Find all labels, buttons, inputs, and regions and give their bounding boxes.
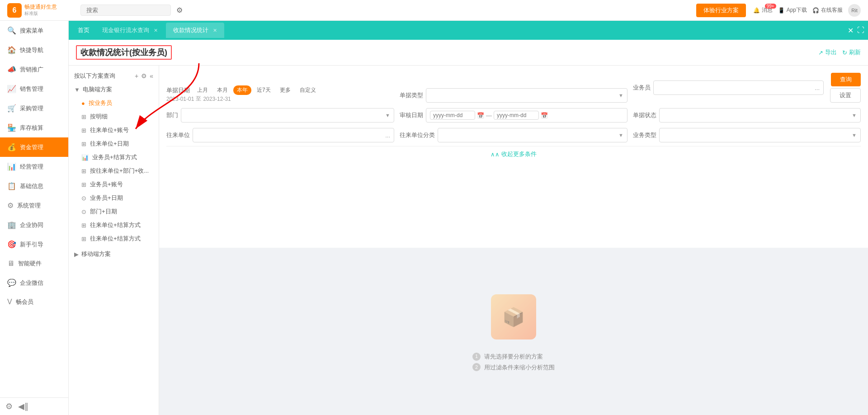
- sidebar-item-baseinfo[interactable]: 📋 基础信息: [0, 176, 68, 196]
- download-icon: 📱: [778, 7, 785, 14]
- sidebar-item-operations-label: 经营管理: [20, 163, 43, 171]
- sidebar-item-purchase[interactable]: 🛒 采购管理: [0, 99, 68, 118]
- collapse-more-conditions[interactable]: ∧∧ 收起更多条件: [166, 146, 861, 162]
- date-tab-this-month[interactable]: 本月: [213, 85, 231, 95]
- review-date-cal-from[interactable]: 📅: [477, 112, 484, 119]
- salesperson-more-icon: ...: [815, 85, 820, 91]
- date-tab-last-month[interactable]: 上月: [193, 85, 212, 95]
- scheme-item-0-label: 按业务员: [89, 99, 112, 107]
- header-gear-button[interactable]: ⚙: [176, 6, 183, 14]
- tab-collection-stats-close[interactable]: ✕: [213, 28, 217, 33]
- sidebar-item-enterprise[interactable]: 🏢 企业协同: [0, 215, 68, 235]
- sidebar-item-baseinfo-label: 基础信息: [20, 182, 43, 190]
- review-date-range: 📅 — 📅: [426, 108, 627, 123]
- notifications-button[interactable]: 🔔 消息 99+: [753, 6, 773, 14]
- scheme-item-3[interactable]: ⊞ 往来单位+日期: [69, 137, 159, 151]
- biz-type-select[interactable]: ▼: [659, 128, 861, 142]
- dept-select[interactable]: ▼: [181, 108, 394, 123]
- scheme-group-desktop: ▼ 电脑端方案 ● 按业务员 ⊞ 按明细 ⊞ 往: [69, 83, 159, 245]
- user-name: Rit: [851, 8, 857, 13]
- trial-industry-button[interactable]: 体验行业方案: [696, 4, 746, 17]
- tab-bank-flow[interactable]: 现金银行流水查询 ✕: [95, 23, 165, 38]
- sidebar-item-marketing[interactable]: 📣 营销推广: [0, 60, 68, 79]
- sidebar-item-search[interactable]: 🔍 搜索菜单: [0, 21, 68, 40]
- sidebar-item-search-label: 搜索菜单: [20, 27, 43, 35]
- tab-home[interactable]: 首页: [72, 23, 95, 38]
- date-range: 2023-01-01 至 2023-12-31: [166, 95, 394, 103]
- scheme-item-4-icon: 📊: [81, 154, 89, 161]
- scheme-header: 按以下方案查询 + ⚙ «: [69, 69, 159, 83]
- sidebar-collapse-button[interactable]: ◀‖: [18, 401, 28, 411]
- record-status-select[interactable]: ▼: [659, 108, 861, 123]
- tab-bar-right: ✕ ⛶: [848, 26, 864, 35]
- step-1-text: 请先选择要分析的方案: [484, 351, 543, 362]
- scheme-group-desktop-title[interactable]: ▼ 电脑端方案: [69, 83, 159, 96]
- date-tab-custom[interactable]: 自定义: [296, 85, 320, 95]
- scheme-item-4[interactable]: 📊 业务员+结算方式: [69, 151, 159, 164]
- salesperson-select[interactable]: ...: [653, 80, 824, 95]
- online-service-button[interactable]: 🎧 在线客服: [812, 6, 843, 14]
- sidebar-settings-button[interactable]: ⚙: [5, 401, 13, 411]
- sidebar-item-system-label: 系统管理: [17, 202, 41, 210]
- scheme-group-mobile-title[interactable]: ▶ 移动端方案: [69, 247, 159, 261]
- sidebar-item-sales[interactable]: 📈 销售管理: [0, 79, 68, 99]
- tab-collection-stats-label: 收款情况统计: [173, 26, 208, 34]
- logo-text-area: 畅捷通好生意 标准版: [24, 4, 57, 16]
- filter-partner-group: 往来单位 ...: [166, 128, 394, 142]
- refresh-button[interactable]: ↻ 刷新: [842, 48, 861, 57]
- user-avatar[interactable]: Rit: [848, 4, 861, 17]
- scheme-item-8-label: 部门+日期: [90, 208, 117, 216]
- sidebar-item-system[interactable]: ⚙ 系统管理: [0, 196, 68, 215]
- sidebar-item-smarthw[interactable]: 🖥 智能硬件: [0, 254, 68, 273]
- content-area: 按以下方案查询 + ⚙ « ▼ 电脑端方案: [69, 66, 868, 415]
- scheme-item-6[interactable]: ⊞ 业务员+账号: [69, 178, 159, 191]
- app-download-button[interactable]: 📱 App下载: [778, 6, 807, 14]
- tab-window-close-button[interactable]: ✕: [848, 26, 854, 35]
- sidebar-item-member[interactable]: V 畅会员: [0, 292, 68, 311]
- scheme-item-10-label: 往来单位+结算方式: [90, 235, 141, 243]
- scheme-collapse-button[interactable]: «: [150, 72, 153, 80]
- sidebar-item-inventory[interactable]: 🏪 库存核算: [0, 118, 68, 137]
- review-date-from-input[interactable]: [430, 111, 475, 120]
- partner-select[interactable]: ...: [193, 128, 394, 142]
- scheme-item-9[interactable]: ⊞ 往来单位+结算方式: [69, 218, 159, 232]
- sidebar-item-guide[interactable]: 🎯 新手引导: [0, 235, 68, 254]
- scheme-header-action-group: + ⚙ «: [135, 72, 153, 80]
- scheme-item-6-icon: ⊞: [81, 181, 86, 188]
- date-tab-this-year[interactable]: 本年: [233, 85, 251, 95]
- scheme-item-2[interactable]: ⊞ 往来单位+账号: [69, 123, 159, 137]
- header-search-input[interactable]: [80, 5, 171, 16]
- date-tab-7days[interactable]: 近7天: [253, 85, 274, 95]
- record-type-select[interactable]: ▼: [426, 88, 627, 103]
- scheme-item-5-icon: ⊞: [81, 168, 86, 174]
- scheme-item-0[interactable]: ● 按业务员: [69, 96, 159, 110]
- sidebar-item-operations[interactable]: 📊 经营管理: [0, 157, 68, 176]
- scheme-item-3-icon: ⊞: [81, 141, 86, 147]
- tab-bank-flow-close[interactable]: ✕: [154, 28, 158, 33]
- scheme-item-10[interactable]: ⊞ 往来单位+结算方式: [69, 232, 159, 245]
- sidebar-item-finance[interactable]: 💰 资金管理: [0, 137, 68, 157]
- sidebar-item-wechat[interactable]: 💬 企业微信: [0, 273, 68, 292]
- date-to: 2023-12-31: [203, 96, 231, 102]
- marketing-icon: 📣: [7, 65, 16, 74]
- scheme-item-7[interactable]: ⊙ 业务员+日期: [69, 191, 159, 205]
- step-1-num: 1: [472, 353, 481, 361]
- tab-collection-stats[interactable]: 收款情况统计 ✕: [166, 23, 224, 38]
- export-button[interactable]: ↗ 导出: [818, 48, 837, 57]
- sidebar-item-quicknav[interactable]: 🏠 快捷导航: [0, 40, 68, 60]
- scheme-item-5[interactable]: ⊞ 按往来单位+部门+收...: [69, 164, 159, 178]
- partner-category-select[interactable]: ▼: [438, 128, 627, 142]
- filter-settings-button[interactable]: 设置: [830, 88, 861, 103]
- query-button[interactable]: 查询: [831, 73, 861, 86]
- review-date-cal-to[interactable]: 📅: [541, 112, 548, 119]
- sidebar-item-quicknav-label: 快捷导航: [20, 46, 43, 54]
- scheme-settings-button[interactable]: ⚙: [141, 72, 147, 80]
- review-date-to-input[interactable]: [494, 111, 539, 120]
- date-tab-more[interactable]: 更多: [276, 85, 294, 95]
- scheme-add-button[interactable]: +: [135, 72, 138, 80]
- scheme-item-1[interactable]: ⊞ 按明细: [69, 110, 159, 123]
- tab-window-expand-button[interactable]: ⛶: [857, 26, 864, 34]
- scheme-item-8[interactable]: ⊙ 部门+日期: [69, 205, 159, 218]
- scheme-item-1-icon: ⊞: [81, 113, 86, 120]
- purchase-icon: 🛒: [7, 104, 16, 113]
